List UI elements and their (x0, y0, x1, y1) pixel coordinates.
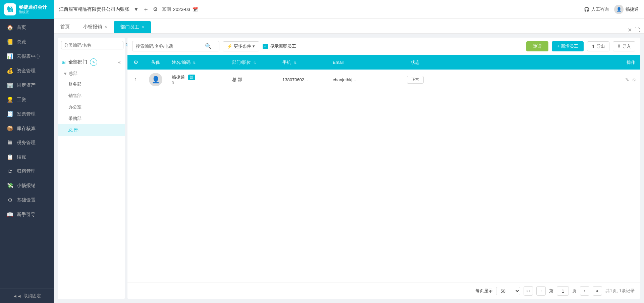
sidebar-item-ledger[interactable]: 📒 总账 (0, 35, 54, 49)
sidebar-label-report: 云报表中心 (17, 53, 40, 59)
sidebar-item-settings[interactable]: ⚙ 基础设置 (0, 193, 54, 207)
invite-button[interactable]: 邀请 (526, 41, 548, 51)
user-name: 畅捷通 (626, 6, 639, 12)
department-tree-panel: 🔍 ⊞ 全部部门 ✎ « ▼ 总部 财务部 销售部 办公室 采购部 总 部 (58, 38, 125, 299)
cell-name: 畅捷通 部 0 (167, 70, 227, 90)
sidebar-icon-report: 📊 (7, 53, 13, 59)
import-button[interactable]: ⬇ 导入 (613, 41, 635, 51)
employee-search-input[interactable] (136, 44, 203, 49)
per-page-select[interactable]: 50 100 (496, 287, 520, 295)
sidebar-item-salary[interactable]: 👷 工资 (0, 92, 54, 107)
dept-item-purchase[interactable]: 采购部 (58, 113, 125, 124)
sidebar-item-inventory[interactable]: 📦 库存核算 (0, 121, 54, 136)
dept-collapse-icon[interactable]: « (118, 59, 121, 65)
employee-search-icon[interactable]: 🔍 (205, 43, 212, 49)
accounting-period: 账期 2023-03 📅 (162, 6, 198, 12)
dept-parent-item[interactable]: ▼ 总部 (58, 69, 125, 79)
import-label: 导入 (622, 43, 631, 49)
add-employee-button[interactable]: + 新增员工 (552, 41, 584, 51)
sidebar-icon-tax: 🏛 (7, 140, 13, 146)
sidebar-label-home: 首页 (17, 25, 26, 31)
sidebar-item-home[interactable]: 🏠 首页 (0, 20, 54, 35)
more-filter-button[interactable]: ⚡ 更多条件 ▾ (223, 41, 259, 51)
employee-name[interactable]: 畅捷通 (172, 75, 185, 80)
col-status-header: 状态 (395, 55, 435, 70)
table-header-row: ⚙ 头像 姓名/编码 ⇅ 部门/职位 ⇅ (127, 55, 640, 70)
last-page-btn[interactable]: ⏭ (593, 286, 602, 296)
topbar-settings-icon[interactable]: ⚙ (153, 6, 158, 12)
import-icon: ⬇ (617, 44, 621, 49)
tab-department-close[interactable]: × (142, 25, 144, 30)
tab-xiaochang[interactable]: 小畅报销 × (76, 21, 114, 33)
sidebar-item-guide[interactable]: 📖 新手引导 (0, 207, 54, 222)
sidebar-icon-guide: 📖 (7, 211, 13, 218)
expand-window-icon[interactable]: ⛶ (635, 27, 640, 33)
edit-employee-icon[interactable]: ✎ (625, 77, 629, 82)
sidebar-icon-invoice: 🧾 (7, 111, 13, 117)
first-page-btn[interactable]: ⏮ (524, 286, 533, 296)
next-page-btn[interactable]: › (580, 286, 589, 296)
sidebar-label-tax: 税务管理 (17, 140, 36, 146)
user-menu[interactable]: 👤 畅捷通 (614, 5, 639, 14)
dept-edit-icon[interactable]: ✎ (90, 58, 97, 66)
prev-page-btn[interactable]: ‹ (536, 286, 546, 296)
sidebar-item-archive[interactable]: 🗂 归档管理 (0, 164, 54, 178)
settings-gear-icon[interactable]: ⚙ (133, 59, 138, 65)
sidebar-item-xiaochang[interactable]: 💸 小畅报销 (0, 178, 54, 193)
sidebar-item-fund[interactable]: 💰 资金管理 (0, 63, 54, 78)
user-avatar: 👤 (614, 5, 624, 14)
sidebar-label-archive: 归档管理 (17, 168, 36, 174)
calendar-icon[interactable]: 📅 (192, 7, 198, 12)
employee-table-body: 1 👤 畅捷通 部 0 总 部 138070602... chanjethkj.… (127, 70, 640, 90)
sidebar-label-checkout: 结账 (17, 154, 26, 160)
dept-search-input[interactable] (61, 41, 123, 49)
page-word: 第 (549, 288, 553, 294)
dept-arrow-icon: ▼ (63, 71, 67, 76)
period-value[interactable]: 2023-03 (173, 7, 190, 12)
tab-xiaochang-close[interactable]: × (105, 25, 107, 29)
dept-item-sales[interactable]: 销售部 (58, 90, 125, 101)
sidebar-label-settings: 基础设置 (17, 197, 36, 203)
tab-department[interactable]: 部门员工 × (114, 21, 151, 33)
app-logo-icon: 畅 (4, 3, 16, 15)
period-label: 账期 (162, 6, 171, 12)
sidebar-label-fund: 资金管理 (17, 68, 36, 74)
show-resigned-label: 显示离职员工 (270, 43, 296, 49)
show-resigned-toggle[interactable]: ✓ 显示离职员工 (263, 43, 296, 49)
cell-avatar: 👤 (144, 70, 167, 90)
col-phone-header[interactable]: 手机 ⇅ (278, 55, 328, 70)
col-dept-header[interactable]: 部门/职位 ⇅ (227, 55, 278, 70)
sidebar-item-report[interactable]: 📊 云报表中心 (0, 49, 54, 63)
cancel-fixed-button[interactable]: ◄◄ 取消固定 (0, 289, 54, 303)
tab-home[interactable]: 首页 (54, 21, 76, 33)
company-name: 江西服宝精品有限责任公司内账张 (59, 6, 129, 12)
col-name-header[interactable]: 姓名/编码 ⇅ (167, 55, 227, 70)
sidebar-item-checkout[interactable]: 📋 结账 (0, 150, 54, 164)
logout-employee-icon[interactable]: ⎋ (633, 77, 635, 82)
col-email-header: Email (328, 55, 395, 70)
employee-table-wrap: ⚙ 头像 姓名/编码 ⇅ 部门/职位 ⇅ (127, 55, 640, 283)
headset-icon: 🎧 (584, 7, 589, 12)
sidebar-label-guide: 新手引导 (17, 212, 36, 218)
dept-item-general[interactable]: 总 部 (58, 124, 125, 136)
add-tab-icon[interactable]: ＋ (143, 5, 149, 13)
consult-button[interactable]: 🎧 人工咨询 (584, 6, 609, 12)
employee-avatar: 👤 (149, 73, 162, 86)
app-version: 旗舰版 (19, 10, 47, 14)
dept-item-office[interactable]: 办公室 (58, 101, 125, 113)
sidebar-item-fixed[interactable]: 🏢 固定资产 (0, 78, 54, 92)
sidebar-item-invoice[interactable]: 🧾 发票管理 (0, 107, 54, 121)
sidebar-icon-fixed: 🏢 (7, 82, 13, 88)
topbar-right: 🎧 人工咨询 👤 畅捷通 (584, 5, 639, 14)
page-number-input[interactable] (557, 286, 569, 296)
dept-item-finance[interactable]: 财务部 (58, 79, 125, 90)
sidebar-label-inventory: 库存核算 (17, 126, 36, 132)
resigned-checkbox[interactable]: ✓ (263, 44, 268, 49)
employee-phone: 138070602... (282, 77, 308, 82)
dept-root-item[interactable]: ⊞ 全部部门 ✎ « (58, 56, 125, 69)
close-window-icon[interactable]: ✕ (628, 27, 632, 33)
sidebar-item-tax[interactable]: 🏛 税务管理 (0, 136, 54, 150)
phone-sort-icon: ⇅ (294, 61, 297, 64)
company-dropdown-icon[interactable]: ▼ (133, 6, 139, 12)
export-button[interactable]: ⬆ 导出 (587, 41, 609, 51)
